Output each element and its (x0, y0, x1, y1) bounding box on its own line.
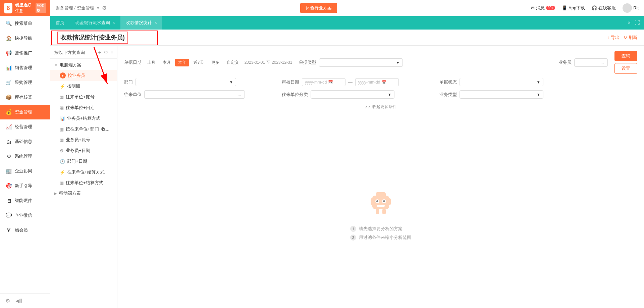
sidebar-item-basic[interactable]: 🗂 基础信息 (0, 134, 50, 149)
hint-num-1: 1 (350, 226, 356, 232)
scheme-item-dept-date[interactable]: 🕐 部门+日期 (50, 156, 117, 167)
tab-bank-close[interactable]: × (113, 20, 115, 25)
svg-rect-1 (376, 192, 386, 197)
scheme-item-partner-date[interactable]: ▦ 往来单位+日期 (50, 102, 117, 113)
calendar-icon-2[interactable]: 📅 (381, 80, 386, 85)
sidebar-item-inventory[interactable]: 📦 库存核算 (0, 90, 50, 105)
scheme-label-by-salesman: 按业务员 (68, 72, 85, 79)
biz-type-select[interactable]: ▾ (460, 90, 543, 99)
scheme-item-by-detail[interactable]: ⚡ 按明细 (50, 81, 117, 92)
guide-icon: 🎯 (5, 183, 12, 189)
shortcut-custom[interactable]: 自定义 (224, 59, 242, 66)
sidebar-item-quicknav[interactable]: 🏠 快捷导航 (0, 31, 50, 46)
tab-bank[interactable]: 现金银行流水查询 × (70, 16, 120, 30)
export-btn[interactable]: ↑ 导出 (607, 35, 620, 41)
biz-type-label: 业务类型 (439, 92, 457, 98)
sidebar-item-sales[interactable]: 📊 销售管理 (0, 60, 50, 75)
shortcut-more[interactable]: 更多 (208, 59, 222, 66)
date-label: 单据日期 (124, 59, 142, 65)
sidebar-item-corp[interactable]: 🏢 企业协同 (0, 164, 50, 178)
sidebar-item-finance[interactable]: 💰 资金管理 (0, 105, 50, 119)
doc-status-label: 单据状态 (439, 79, 457, 85)
item-icon-dd: 🕐 (60, 159, 65, 164)
partner-category-select[interactable]: ▾ (311, 90, 394, 99)
sidebar-item-purchase[interactable]: 🛒 采购管理 (0, 75, 50, 90)
scheme-item-partner-settlement2[interactable]: ▦ 往来单位+结算方式 (50, 177, 117, 188)
user-info[interactable]: Rit (623, 3, 639, 13)
shortcut-last-month[interactable]: 上月 (144, 59, 158, 66)
doc-status-select[interactable]: ▾ (460, 78, 543, 86)
hint-text-1: 请先选择要分析的方案 (359, 226, 402, 232)
tab-bar: 首页 现金银行流水查询 × 收款情况统计 × × ⛶ (50, 16, 644, 30)
date-filter-row: 单据日期 上月 本月 本年 近7天 更多 自定义 2023-01-01 至 (124, 59, 292, 66)
scheme-add-icon[interactable]: + (98, 50, 101, 56)
operation-icon: 📈 (5, 123, 12, 130)
doc-type-filter: 单据类型 ▾ (299, 58, 552, 67)
salesman-select[interactable]: ... (574, 58, 608, 67)
calendar-icon-1[interactable]: 📅 (328, 80, 333, 85)
shortcut-7days[interactable]: 近7天 (191, 59, 207, 66)
trial-btn[interactable]: 体验行业方案 (300, 3, 337, 13)
partner-select[interactable]: ... (144, 90, 245, 99)
scheme-item-by-salesman[interactable]: ● 按业务员 (50, 70, 117, 81)
doc-status-filter: 单据状态 ▾ (439, 78, 590, 86)
audit-date-to[interactable]: yyyy-mm-dd 📅 (355, 78, 399, 86)
scheme-label-partner-settlement1: 往来单位+结算方式 (67, 169, 105, 175)
sidebar-label-operation: 经营管理 (15, 124, 32, 130)
dept-select[interactable]: ▾ (136, 78, 236, 86)
doc-type-select[interactable]: ▾ (319, 58, 403, 67)
sidebar-item-search[interactable]: 🔍 搜索菜单 (0, 16, 50, 31)
scheme-settings-icon[interactable]: ⚙ (104, 50, 108, 56)
app-version: 标准版 (36, 3, 46, 13)
scheme-label-partner-dept: 按往来单位+部门+收... (66, 126, 109, 132)
audit-date-from[interactable]: yyyy-mm-dd 📅 (302, 78, 345, 86)
scheme-item-partner-dept[interactable]: ▦ 按往来单位+部门+收... (50, 124, 117, 135)
partner-more-icon[interactable]: ... (237, 92, 241, 97)
sidebar-item-member[interactable]: V 畅会员 (0, 223, 50, 238)
dept-chevron: ▾ (230, 80, 232, 85)
date-shortcuts: 上月 本月 本年 近7天 更多 自定义 (144, 59, 242, 66)
scheme-group-desktop-title[interactable]: ▼ 电脑端方案 (50, 60, 117, 70)
collapse-conditions-btn[interactable]: ∧∧ 收起更多条件 (124, 101, 637, 112)
sales-icon: 📊 (5, 64, 12, 71)
tab-fullscreen-icon[interactable]: ⛶ (635, 20, 640, 26)
scheme-item-salesman-settlement[interactable]: 📊 业务员+结算方式 (50, 113, 117, 124)
scheme-panel: 按以下方案查询 + ⚙ « ▼ 电脑端方案 ● 按业务员 (50, 46, 117, 308)
sidebar-item-hardware[interactable]: 🖥 智能硬件 (0, 193, 50, 208)
sidebar-label-system: 系统管理 (15, 153, 32, 159)
sidebar-item-wechat[interactable]: 💬 企业微信 (0, 208, 50, 223)
purchase-icon: 🛒 (5, 79, 12, 86)
online-service-btn[interactable]: 🎧 在线客服 (592, 5, 616, 11)
tab-home[interactable]: 首页 (50, 16, 70, 30)
message-btn[interactable]: ✉ 消息 99+ (531, 5, 555, 11)
sidebar-item-operation[interactable]: 📈 经营管理 (0, 119, 50, 134)
breadcrumb: 财务管理 / 资金管理 (56, 5, 94, 11)
header-settings-icon[interactable]: ⚙ (102, 5, 107, 11)
shortcut-this-month[interactable]: 本月 (160, 59, 174, 66)
scheme-item-salesman-date[interactable]: ⚙ 业务员+日期 (50, 145, 117, 156)
scheme-item-partner-account[interactable]: ▦ 往来单位+账号 (50, 92, 117, 102)
sidebar-settings-icon[interactable]: ⚙ (5, 298, 10, 304)
query-btn[interactable]: 查询 (614, 51, 637, 61)
partner-category-chevron: ▾ (388, 92, 391, 97)
scheme-list: ▼ 电脑端方案 ● 按业务员 ⚡ 按明细 ▦ 往来单位+账号 (50, 59, 117, 308)
scheme-item-partner-settlement1[interactable]: ⚡ 往来单位+结算方式 (50, 167, 117, 177)
scheme-item-salesman-account[interactable]: ▦ 业务员+账号 (50, 135, 117, 145)
scheme-group-mobile-title[interactable]: ▶ 移动端方案 (50, 188, 117, 198)
sidebar-item-guide[interactable]: 🎯 新手引导 (0, 178, 50, 193)
scheme-group-desktop: ▼ 电脑端方案 ● 按业务员 ⚡ 按明细 ▦ 往来单位+账号 (50, 60, 117, 188)
salesman-more-icon[interactable]: ... (600, 60, 604, 65)
sidebar: 6 畅捷通好生意 标准版 🔍 搜索菜单 🏠 快捷导航 📢 营销推广 📊 销售管理… (0, 0, 50, 308)
tab-receipt[interactable]: 收款情况统计 × (120, 16, 162, 30)
tab-receipt-close[interactable]: × (155, 20, 157, 25)
tab-close-all-icon[interactable]: × (628, 20, 631, 26)
sidebar-collapse-icon[interactable]: ◀II (15, 298, 22, 304)
refresh-btn[interactable]: ↻ 刷新 (624, 35, 637, 41)
shortcut-this-year[interactable]: 本年 (175, 59, 189, 66)
scheme-collapse-icon[interactable]: « (111, 50, 113, 56)
sidebar-item-system[interactable]: ⚙ 系统管理 (0, 149, 50, 164)
app-download-btn[interactable]: 📱 App下载 (562, 5, 585, 11)
breadcrumb-dropdown-icon[interactable]: ▾ (97, 5, 99, 10)
sidebar-item-marketing[interactable]: 📢 营销推广 (0, 46, 50, 60)
settings-btn[interactable]: 设置 (614, 63, 637, 74)
